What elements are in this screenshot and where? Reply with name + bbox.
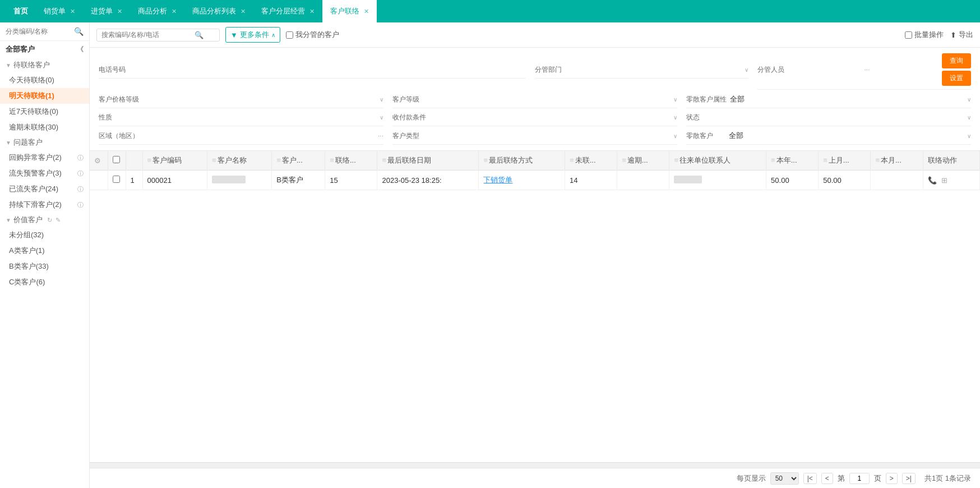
cell-last-way[interactable]: 下销货单 [479,171,565,190]
sidebar-item-b-class[interactable]: B类客户(33) [0,259,89,274]
sidebar-item-declining[interactable]: 持续下滑客户(2) ⓘ [0,197,89,213]
action-phone-icon[interactable]: 📞 [928,176,937,185]
close-goods-analysis-icon[interactable]: ✕ [172,8,177,15]
filter-price-level-select[interactable]: ∨ [142,96,383,103]
sidebar-item-tomorrow[interactable]: 明天待联络(1) [0,88,89,104]
filter-status-select[interactable]: ∨ [729,114,971,121]
row-checkbox[interactable] [113,176,120,183]
nav-customer-segment[interactable]: 客户分层经营 ✕ [253,0,322,22]
info-icon-1: ⓘ [77,154,84,162]
close-customer-segment-icon[interactable]: ✕ [309,8,315,15]
col-not-linked[interactable]: ≡未联... [565,151,617,171]
col-type[interactable]: ≡客户... [272,151,325,171]
toolbar: 🔍 ▼ 更多条件 ∧ 我分管的客户 批量操作 ⬆ 导出 [90,22,980,48]
page-next-btn[interactable]: > [886,473,898,484]
col-this-year[interactable]: ≡本年... [766,151,819,171]
per-page-select[interactable]: 50 100 200 [770,472,799,485]
scatter-attr-arrow-icon: ∨ [967,96,971,103]
select-all-checkbox[interactable] [113,156,120,163]
page-last-btn[interactable]: >| [902,473,916,484]
export-btn[interactable]: ⬆ 导出 [950,30,973,40]
col-name[interactable]: ≡客户名称 [207,151,271,171]
scrollbar-area[interactable] [90,462,980,468]
batch-op-btn[interactable]: 批量操作 [905,30,944,40]
cell-gear [90,171,108,190]
cell-last-month: 50.00 [819,171,871,190]
query-btn[interactable]: 查询 [942,53,971,68]
filter-scatter-attr-select[interactable]: 全部 ∨ [730,94,971,104]
sidebar-item-churn-warning[interactable]: 流失预警客户(3) ⓘ [0,165,89,181]
dept-arrow-icon: ∨ [745,67,748,73]
filter-btn[interactable]: ▼ 更多条件 ∧ [225,27,280,43]
filter-customer-type-select[interactable]: ∨ [435,133,677,139]
sidebar-item-churned[interactable]: 已流失客户(24) ⓘ [0,181,89,197]
filter-dept-select[interactable]: ∨ [577,67,748,73]
nav-purchase[interactable]: 进货单 ✕ [83,0,130,22]
region-dots[interactable]: ··· [378,132,383,140]
close-purchase-icon[interactable]: ✕ [117,8,122,15]
search-input[interactable] [101,31,191,39]
filter-scatter-customer-select[interactable]: 全部 ∨ [729,131,971,141]
filter-payment: 收付款条件 ∨ [392,113,677,126]
sidebar-item-7days[interactable]: 近7天待联络(0) [0,104,89,119]
nature-arrow-icon: ∨ [380,114,383,121]
filter-region-select[interactable]: ··· [142,132,383,140]
sidebar-group-problem[interactable]: ▼ 问题客户 [0,135,89,150]
sidebar-item-today[interactable]: 今天待联络(0) [0,72,89,88]
refresh-icon[interactable]: ↻ [47,217,52,224]
close-sales-icon[interactable]: ✕ [70,8,75,15]
sidebar-search-input[interactable] [6,27,71,35]
last-way-link[interactable]: 下销货单 [483,176,512,184]
filter-customer-level-select[interactable]: ∨ [435,96,677,103]
nav-goods-analysis[interactable]: 商品分析 ✕ [130,0,184,22]
sidebar-item-a-class[interactable]: A类客户(1) [0,243,89,259]
nav-home[interactable]: 首页 [6,0,36,22]
sidebar-group-pending[interactable]: ▼ 待联络客户 [0,58,89,72]
table-row: 1 000021 B类客户 15 2023-05-23 18:25: 下销货单 … [90,171,980,190]
sidebar-item-overdue[interactable]: 逾期未联络(30) [0,119,89,135]
filter-panel: 电话号码 分管部门 ∨ 分管人员 ··· 查询 设置 [90,48,980,151]
filter-payment-select[interactable]: ∨ [435,114,677,121]
nav-customer-contact[interactable]: 客户联络 ✕ [322,0,377,22]
col-last-month[interactable]: ≡上月... [819,151,871,171]
col-this-month[interactable]: ≡本月... [871,151,923,171]
filter-price-level: 客户价格等级 ∨ [99,95,383,108]
filter-icon: ▼ [230,31,238,39]
content-area: 🔍 ▼ 更多条件 ∧ 我分管的客户 批量操作 ⬆ 导出 [90,22,980,488]
toolbar-right: 批量操作 ⬆ 导出 [905,30,973,40]
filter-customer-type: 客户类型 ∨ [392,131,677,145]
col-unit-contact[interactable]: ≡往来单位联系人 [669,151,766,171]
sidebar: 🔍 全部客户 《 ▼ 待联络客户 今天待联络(0) 明天待联络(1) 近7天待联… [0,22,90,488]
sidebar-group-value[interactable]: ▼ 价值客户 ↻ ✎ [0,213,89,227]
col-last-way[interactable]: ≡最后联络方式 [479,151,565,171]
edit-icon[interactable]: ✎ [56,217,61,224]
page-input[interactable] [849,473,870,484]
sidebar-all-customers[interactable]: 全部客户 《 [0,41,89,58]
nav-goods-analysis-list[interactable]: 商品分析列表 ✕ [184,0,253,22]
col-overdue[interactable]: ≡逾期... [617,151,669,171]
batch-op-checkbox[interactable] [905,31,912,39]
col-code[interactable]: ≡客户编码 [142,151,207,171]
sidebar-item-ungrouped[interactable]: 未分组(32) [0,227,89,243]
close-goods-analysis-list-icon[interactable]: ✕ [241,8,246,15]
my-customer-checkbox[interactable] [286,31,293,39]
page-first-btn[interactable]: |< [803,473,817,484]
filter-phone-input[interactable] [141,66,526,73]
toolbar-search-icon[interactable]: 🔍 [195,31,204,39]
col-gear[interactable]: ⚙ [90,151,108,171]
search-box: 🔍 [96,29,220,42]
cell-check [108,171,126,190]
filter-nature-select[interactable]: ∨ [141,114,383,121]
person-dots[interactable]: ··· [864,66,870,73]
action-grid-icon[interactable]: ⊞ [941,176,947,185]
col-last-date[interactable]: ≡最后联络日期 [377,151,479,171]
close-customer-contact-icon[interactable]: ✕ [364,8,369,15]
col-contact[interactable]: ≡联络... [325,151,377,171]
page-prev-btn[interactable]: < [821,473,833,484]
nav-sales[interactable]: 销货单 ✕ [36,0,83,22]
settings-btn[interactable]: 设置 [942,71,971,86]
cell-last-date: 2023-05-23 18:25: [377,171,479,190]
sidebar-item-c-class[interactable]: C类客户(6) [0,274,89,290]
sidebar-search-icon[interactable]: 🔍 [74,27,84,36]
sidebar-item-repurchase-abnormal[interactable]: 回购异常客户(2) ⓘ [0,150,89,165]
